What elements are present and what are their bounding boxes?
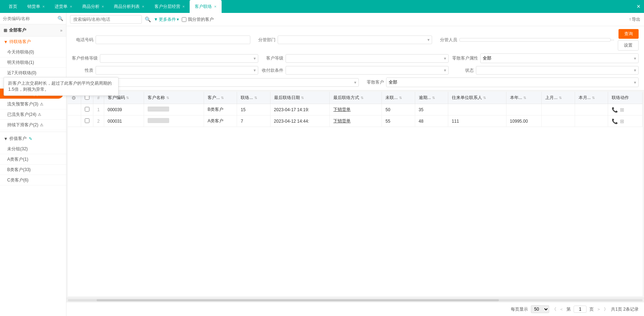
col-actions: 联络动作 — [608, 92, 642, 104]
horizontal-scrollbar[interactable] — [66, 298, 644, 302]
col-grade[interactable]: 客户... ⇅ — [204, 92, 237, 104]
nav-item-product-list[interactable]: 商品分析列表 × — [109, 0, 149, 13]
col-last-method-sort-icons[interactable]: ⇅ — [361, 96, 363, 100]
col-this-month-sort-icons[interactable]: ⇅ — [592, 96, 595, 100]
status-select[interactable]: ▾ — [476, 66, 639, 75]
col-name[interactable]: 客户名称 ⇅ — [144, 92, 204, 104]
phone-field: 电话号码 — [72, 36, 250, 44]
nav-item-product-analysis[interactable]: 商品分析 × — [77, 0, 109, 13]
pending-contacts-group[interactable]: ▼ 待联络客户 — [0, 37, 66, 47]
my-customers-checkbox-label[interactable]: 我分管的客户 — [182, 16, 214, 23]
collapse-sidebar-button[interactable]: » — [60, 28, 62, 33]
sidebar-item-ungrouped[interactable]: 未分组(32) — [0, 144, 66, 154]
sidebar-search-icon[interactable]: 🔍 — [57, 16, 63, 21]
sidebar-item-lost-warning[interactable]: 流失预警客户(3) ⚠ — [0, 99, 66, 109]
row-actions-cell: 📞 ⊞ — [608, 115, 642, 127]
sidebar-item-b-class[interactable]: B类客户(33) — [0, 165, 66, 175]
more-conditions-button[interactable]: ▼ 更多条件 ▾ — [154, 16, 179, 23]
contact-phone-icon[interactable]: 📞 — [612, 118, 618, 124]
sidebar-item-7days[interactable]: 近7天待联络(0) — [0, 68, 66, 78]
retail-customer-select[interactable]: 全部 ▾ — [386, 77, 639, 87]
customer-grade-select[interactable]: ▾ — [286, 54, 448, 63]
sidebar-item-a-class[interactable]: A类客户(1) — [0, 154, 66, 165]
pagination-bar: 每页显示 50 100 200 《 ＜ 第 页 ＞ 》 共1页 2条记录 — [66, 302, 644, 316]
col-overdue-sort-icons[interactable]: ⇅ — [432, 96, 435, 100]
col-name-sort-icons[interactable]: ⇅ — [166, 96, 169, 100]
col-code-sort-icons[interactable]: ⇅ — [126, 96, 129, 100]
search-input[interactable] — [70, 15, 142, 24]
close-product-list-icon[interactable]: × — [142, 4, 144, 9]
export-button[interactable]: ↑ 导出 — [629, 16, 640, 23]
customer-type-select[interactable]: ▾ — [106, 78, 359, 87]
sidebar-search-input[interactable] — [3, 16, 57, 21]
sidebar-item-today[interactable]: 今天待联络(0) — [0, 47, 66, 57]
col-contact-sort-icons[interactable]: ⇅ — [254, 96, 257, 100]
per-page-select[interactable]: 50 100 200 — [531, 305, 549, 313]
first-page-button[interactable]: 《 — [552, 306, 556, 312]
customer-grade-arrow: ▾ — [444, 56, 446, 61]
row-checkbox[interactable] — [85, 107, 89, 112]
col-this-year-sort-icons[interactable]: ⇅ — [523, 96, 526, 100]
col-last-month[interactable]: 上月... ⇅ — [542, 92, 575, 104]
col-contact[interactable]: 联络... ⇅ — [237, 92, 270, 104]
row-checkbox-cell — [81, 115, 93, 127]
col-last-date-sort-icons[interactable]: ⇅ — [301, 96, 304, 100]
page-input[interactable] — [574, 306, 587, 313]
nav-item-customer-stratify[interactable]: 客户分层经营 × — [149, 0, 190, 13]
row-last-contact-method[interactable]: 下销货单 — [330, 115, 382, 127]
sidebar-item-c-class[interactable]: C类客户(6) — [0, 175, 66, 185]
col-uncontacted-sort-icons[interactable]: ⇅ — [399, 96, 402, 100]
payment-select[interactable]: ▾ — [286, 66, 448, 75]
row-action-buttons: 📞 ⊞ — [612, 118, 639, 124]
my-customers-checkbox[interactable] — [182, 17, 186, 22]
sidebar-item-churned[interactable]: 已流失客户(24) ⚠ — [0, 109, 66, 120]
contact-phone-icon[interactable]: 📞 — [612, 107, 618, 113]
search-button[interactable]: 🔍 — [145, 16, 151, 22]
close-product-analysis-icon[interactable]: × — [102, 4, 104, 9]
close-customer-stratify-icon[interactable]: × — [182, 4, 185, 9]
col-contact-label: 联络... — [241, 95, 253, 100]
scrollbar-thumb[interactable] — [97, 299, 499, 301]
col-this-month[interactable]: 本月... ⇅ — [575, 92, 608, 104]
col-overdue[interactable]: 逾期... ⇅ — [415, 92, 448, 104]
row-checkbox[interactable] — [85, 118, 89, 123]
phone-input[interactable] — [96, 36, 250, 44]
close-sales-icon[interactable]: × — [42, 4, 45, 9]
contact-more-icon[interactable]: ⊞ — [620, 118, 624, 124]
price-grade-select[interactable]: ▾ — [100, 54, 258, 63]
nav-item-home[interactable]: 首页 — [4, 0, 22, 13]
staff-more-button[interactable]: ··· — [611, 37, 614, 42]
settings-button[interactable]: 设置 — [618, 40, 639, 51]
col-last-month-sort-icons[interactable]: ⇅ — [559, 96, 562, 100]
nav-item-customer-contact[interactable]: 客户联络 × — [190, 0, 221, 13]
sidebar-item-declining[interactable]: 持续下滑客户(2) ⚠ — [0, 120, 66, 130]
contact-more-icon[interactable]: ⊞ — [620, 107, 624, 113]
dept-select[interactable]: ▾ — [278, 36, 432, 44]
col-unit-contact-sort-icons[interactable]: ⇅ — [483, 96, 486, 100]
col-grade-sort-icons[interactable]: ⇅ — [221, 96, 224, 100]
col-uncontacted[interactable]: 未联... ⇅ — [382, 92, 415, 104]
retail-attr-select[interactable]: 全部 ▾ — [480, 53, 639, 63]
prev-page-button[interactable]: ＜ — [559, 306, 564, 312]
staff-select[interactable] — [459, 38, 611, 42]
row-last-contact-method[interactable]: 下销货单 — [330, 104, 382, 115]
value-customers-group[interactable]: ▼ 价值客户 ✎ — [0, 133, 66, 144]
col-this-year[interactable]: 本年... ⇅ — [506, 92, 542, 104]
gender-select[interactable]: ▾ — [96, 66, 258, 75]
close-all-tabs-button[interactable]: × — [636, 3, 640, 10]
sidebar-item-tomorrow[interactable]: 明天待联络(1) — [0, 57, 66, 68]
next-page-button[interactable]: ＞ — [597, 306, 601, 312]
close-customer-contact-icon[interactable]: × — [214, 4, 216, 9]
last-contact-method-link[interactable]: 下销货单 — [333, 118, 351, 123]
col-last-date[interactable]: 最后联络日期 ⇅ — [270, 92, 330, 104]
nav-item-sales[interactable]: 销货单 × — [22, 0, 50, 13]
edit-value-icon[interactable]: ✎ — [29, 136, 32, 141]
col-unit-contact[interactable]: 往来单位联系人 ⇅ — [448, 92, 506, 104]
last-page-button[interactable]: 》 — [604, 306, 608, 312]
close-purchase-icon[interactable]: × — [70, 4, 72, 9]
query-button[interactable]: 查询 — [618, 29, 639, 39]
row-this-year — [506, 104, 542, 115]
col-last-method[interactable]: 最后联络方式 ⇅ — [330, 92, 382, 104]
nav-item-purchase[interactable]: 进货单 × — [50, 0, 77, 13]
last-contact-method-link[interactable]: 下销货单 — [333, 107, 351, 112]
